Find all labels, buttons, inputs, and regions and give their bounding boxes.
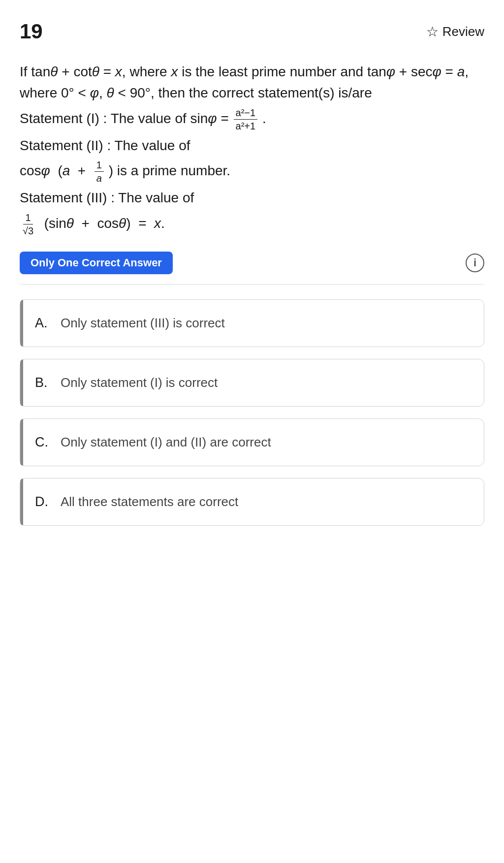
option-a[interactable]: A. Only statement (III) is correct [20, 299, 484, 347]
fraction-statement2: 1 a [94, 159, 104, 184]
fraction-statement1: a²−1 a²+1 [234, 107, 258, 132]
option-d-text: All three statements are correct [61, 494, 238, 510]
question-number: 19 [20, 20, 43, 43]
options-list: A. Only statement (III) is correct B. On… [20, 299, 484, 526]
statement-1: Statement (I) : The value of sinφ = a²−1… [20, 107, 484, 132]
fraction-statement3: 1 √3 [21, 212, 35, 237]
option-d[interactable]: D. All three statements are correct [20, 478, 484, 526]
section-divider [20, 284, 484, 285]
review-button[interactable]: ☆ Review [426, 24, 484, 40]
frac2-den: a [94, 172, 104, 184]
option-c-text: Only statement (I) and (II) are correct [61, 435, 271, 450]
question-body: If tanθ + cotθ = x, where x is the least… [20, 61, 484, 237]
star-icon: ☆ [426, 24, 439, 40]
option-c-label: C. [35, 435, 61, 450]
statement-3-line1: Statement (III) : The value of [20, 187, 484, 208]
frac3-num: 1 [23, 212, 32, 224]
fraction-numerator: a²−1 [234, 107, 258, 120]
frac3-den: √3 [21, 224, 35, 237]
fraction-denominator: a²+1 [234, 120, 258, 132]
option-b[interactable]: B. Only statement (I) is correct [20, 359, 484, 407]
option-c[interactable]: C. Only statement (I) and (II) are corre… [20, 418, 484, 466]
statement-3-line2: 1 √3 (sinθ + cosθ) = x. [20, 212, 484, 237]
option-a-text: Only statement (III) is correct [61, 316, 225, 331]
statement-2-line1: Statement (II) : The value of [20, 135, 484, 156]
option-b-text: Only statement (I) is correct [61, 375, 218, 390]
option-b-label: B. [35, 375, 61, 390]
answer-type-badge: Only One Correct Answer [20, 252, 173, 274]
question-intro: If tanθ + cotθ = x, where x is the least… [20, 64, 469, 100]
statement-2-line2: cosφ (a + 1 a ) is a prime number. [20, 159, 484, 184]
option-a-label: A. [35, 316, 61, 331]
review-label: Review [442, 24, 484, 39]
option-d-label: D. [35, 494, 61, 510]
frac2-num: 1 [94, 159, 104, 172]
info-icon[interactable]: i [466, 254, 484, 272]
